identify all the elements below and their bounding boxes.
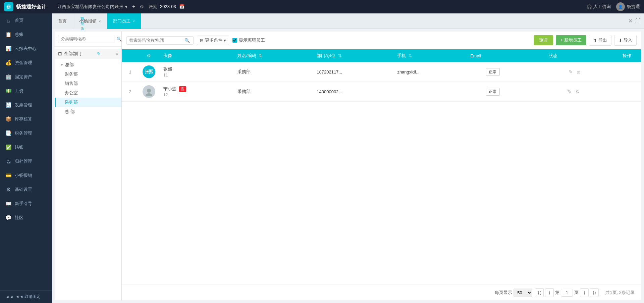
user-menu[interactable]: 👤 畅捷通 xyxy=(616,2,640,11)
tab-department-close[interactable]: × xyxy=(132,19,135,23)
sidebar-item-reports[interactable]: 📊 云报表中心 xyxy=(0,42,52,56)
logout-icon-1[interactable]: ⎋ xyxy=(577,69,580,75)
company-dropdown-icon[interactable]: ▾ xyxy=(125,4,127,9)
dept-search-input[interactable] xyxy=(58,35,114,43)
filter-button[interactable]: ⊟ 更多条件 ▾ xyxy=(197,36,229,45)
dept-item-headquarters[interactable]: 总 部 xyxy=(55,107,121,116)
col-phone[interactable]: 手机 ⇅ xyxy=(393,49,466,62)
filter-icon: ⊟ xyxy=(200,38,204,43)
tab-department[interactable]: 部门员工 × xyxy=(107,13,141,29)
show-resigned-checkbox[interactable]: 显示离职员工 xyxy=(232,37,265,43)
next-page-button[interactable]: ⟩ xyxy=(580,288,589,297)
add-icon[interactable]: + xyxy=(132,4,135,10)
sidebar-item-invoice[interactable]: 🧾 发票管理 xyxy=(0,98,52,112)
tabs-right-actions: ✕ ⛶ xyxy=(628,18,644,24)
refresh-icon-2[interactable]: ↻ xyxy=(576,89,580,95)
headset-icon: 🎧 xyxy=(587,4,592,9)
sidebar-item-home[interactable]: ⌂ 首页 xyxy=(0,13,52,28)
settings-topbar-icon[interactable]: ⚙ xyxy=(140,4,144,9)
dept-item-office[interactable]: 办公室 xyxy=(55,88,121,98)
all-dept-item[interactable]: ⊞ 全部部门 ✎ « xyxy=(55,49,121,59)
sidebar-item-assets[interactable]: 🏢 固定资产 xyxy=(0,70,52,84)
service-button[interactable]: 🎧 人工咨询 xyxy=(587,4,611,10)
action-icons-1: ✎ ⎋ xyxy=(524,69,580,75)
col-avatar: 头像 xyxy=(159,49,233,62)
last-page-button[interactable]: ⟩⟩ xyxy=(590,288,599,297)
dept-item-sales[interactable]: 销售部 xyxy=(55,79,121,88)
tab-home[interactable]: 首页 xyxy=(52,13,73,29)
dept-item-purchase[interactable]: 采购部 xyxy=(55,98,121,107)
sidebar-item-salary[interactable]: 💵 工资 xyxy=(0,84,52,98)
dept-group-name-total[interactable]: ▼ 总部 xyxy=(55,60,121,69)
col-name[interactable]: 姓名/编码 ⇅ xyxy=(233,49,313,62)
table-header-row: ⚙ 头像 姓名/编码 ⇅ 部门/职位 ⇅ xyxy=(122,49,641,62)
employee-name-1: 张熙 xyxy=(163,66,229,72)
sidebar-item-community[interactable]: 💬 社区 xyxy=(0,211,52,225)
unpin-icon: ◄◄ xyxy=(5,295,13,299)
sidebar-item-archive[interactable]: 🗂 归档管理 xyxy=(0,154,52,168)
page-size-dropdown[interactable]: 50 100 200 xyxy=(514,289,532,297)
page-size-select: 每页显示 50 100 200 xyxy=(495,289,532,297)
dept-group-label: 总部 xyxy=(65,62,74,68)
row-status-1: 正常 xyxy=(466,62,520,82)
sidebar-item-ledger[interactable]: 📋 总账 xyxy=(0,28,52,42)
invite-button[interactable]: 邀请 xyxy=(534,35,553,45)
prev-page-button[interactable]: ⟨ xyxy=(545,288,554,297)
export-button[interactable]: ⬆ 导出 xyxy=(589,35,611,46)
calendar-icon[interactable]: 📅 xyxy=(179,4,184,9)
page-content: 🔍 ⊞ 全部部门 ✎ « ▼ 总部 财 xyxy=(55,32,641,300)
topbar-right: 🎧 人工咨询 👤 畅捷通 xyxy=(587,2,640,11)
row-avatar-1: 张熙 xyxy=(139,62,159,82)
archive-icon: 🗂 xyxy=(5,159,11,164)
edit-icon-2[interactable]: ✎ xyxy=(567,89,572,95)
avatar: 👤 xyxy=(616,2,625,11)
add-employee-button[interactable]: + 新增员工 xyxy=(556,35,586,45)
current-page-input[interactable] xyxy=(561,289,573,297)
row-email-2 xyxy=(393,82,466,102)
tab-expense-close[interactable]: × xyxy=(99,19,101,23)
sidebar-label-inventory: 库存核算 xyxy=(15,116,32,122)
show-resigned-input[interactable] xyxy=(232,38,237,43)
sidebar-label-assets: 固定资产 xyxy=(15,74,32,80)
sidebar-item-tax[interactable]: 📑 税务管理 xyxy=(0,126,52,140)
row-name-cell-2: 宁小壹 应 12 xyxy=(159,82,233,102)
avatar-circle-2 xyxy=(143,85,155,98)
sidebar-label-funds: 资金管理 xyxy=(15,60,32,66)
expand-icon[interactable]: ⛶ xyxy=(635,18,641,24)
sidebar-label-basic-settings: 基础设置 xyxy=(15,187,32,193)
row-actions-2: ✎ ↻ xyxy=(520,82,587,102)
sidebar-item-basic-settings[interactable]: ⚙ 基础设置 xyxy=(0,183,52,197)
col-dept[interactable]: 部门/职位 ⇅ xyxy=(313,49,393,62)
pagination: 每页显示 50 100 200 ⟨⟨ ⟨ 第 页 ⟩ xyxy=(122,285,641,300)
dept-item-finance[interactable]: 财务部 xyxy=(55,69,121,79)
tab-expense[interactable]: 小畅报销 × xyxy=(73,13,107,29)
community-icon: 💬 xyxy=(5,215,11,221)
dept-search-icon[interactable]: 🔍 xyxy=(116,37,122,42)
first-page-button[interactable]: ⟨⟨ xyxy=(535,288,544,297)
closing-icon: ✅ xyxy=(5,144,11,150)
status-badge-1: 正常 xyxy=(486,68,500,76)
dept-tree: ⊞ 全部部门 ✎ « ▼ 总部 财务部 销 xyxy=(55,47,121,300)
sidebar-item-guide[interactable]: 📖 新手引导 xyxy=(0,197,52,211)
dept-edit-icon[interactable]: ✎ xyxy=(97,51,101,56)
export-icon: ⬆ xyxy=(593,38,597,43)
row-no-1: 1 xyxy=(122,62,139,82)
sidebar-label-ledger: 总账 xyxy=(15,32,23,38)
close-window-icon[interactable]: ✕ xyxy=(628,18,633,24)
sidebar-label-invoice: 发票管理 xyxy=(15,102,32,108)
row-phone-2: 140000002... xyxy=(313,82,393,102)
import-button[interactable]: ⬇ 导入 xyxy=(614,35,637,46)
assets-icon: 🏢 xyxy=(5,74,11,80)
employee-search-input[interactable] xyxy=(129,38,183,43)
sidebar-item-inventory[interactable]: 📦 库存核算 xyxy=(0,112,52,126)
edit-icon-1[interactable]: ✎ xyxy=(569,69,573,75)
table-row: 2 宁小壹 应 xyxy=(122,82,641,102)
dept-collapse-icon[interactable]: « xyxy=(116,51,118,56)
unpin-sidebar-button[interactable]: ◄◄ ◄◄ 取消固定 xyxy=(0,290,52,303)
sidebar-item-closing[interactable]: ✅ 结账 xyxy=(0,140,52,154)
sidebar-item-funds[interactable]: 💰 资金管理 xyxy=(0,56,52,70)
employee-search-icon[interactable]: 🔍 xyxy=(184,38,190,43)
employee-table-container: ⚙ 头像 姓名/编码 ⇅ 部门/职位 ⇅ xyxy=(122,49,641,285)
col-settings[interactable]: ⚙ xyxy=(139,49,159,62)
sidebar-item-expense[interactable]: 💳 小畅报销 xyxy=(0,168,52,183)
